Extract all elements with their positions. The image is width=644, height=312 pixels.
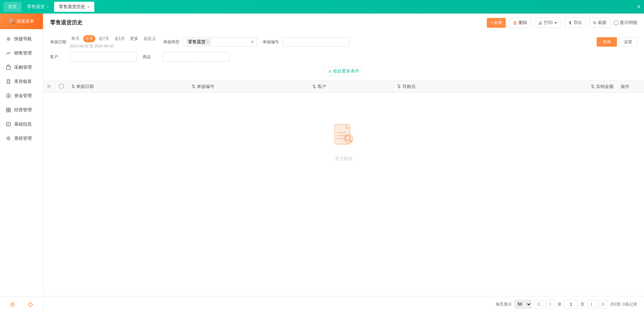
th-date-label: ⇅ (71, 84, 76, 89)
date-btn-custom[interactable]: 自定义 (142, 35, 158, 42)
page-suffix: 页 (580, 302, 585, 307)
operations-icon (5, 107, 11, 113)
th-settings[interactable] (43, 81, 55, 93)
display-detail-input[interactable] (614, 21, 618, 25)
sidebar-item-system[interactable]: 系统管理 (0, 131, 43, 146)
action-buttons: 查询 设置 (597, 37, 637, 47)
search-icon: 🔍 (9, 19, 15, 24)
per-page-select[interactable]: 10 20 50 100 (515, 300, 532, 309)
finance-icon (5, 93, 11, 99)
docno-filter-label: 单据编号 (263, 39, 280, 45)
tab-retail-return-history[interactable]: 零售退货历史 × (54, 2, 94, 12)
filter-row-2: 客户 … 商品 … (50, 52, 637, 62)
svg-point-9 (8, 138, 9, 139)
add-button[interactable]: + 新增 (487, 18, 506, 28)
date-btn-7days[interactable]: 近7天 (97, 35, 111, 42)
th-guide[interactable]: ⇅ 导购员 (393, 81, 496, 93)
date-btn-today[interactable]: 今天 (83, 35, 95, 42)
svg-point-20 (347, 137, 348, 138)
tab-retail-return-close[interactable]: × (47, 5, 49, 9)
select-all-checkbox[interactable] (59, 84, 64, 88)
type-filter-label: 单据类型 (163, 39, 180, 45)
settings-button[interactable]: 设置 (619, 37, 637, 47)
purchase-icon (5, 64, 11, 70)
display-detail-label: 显示明细 (620, 20, 637, 26)
window-close-button[interactable]: × (637, 3, 641, 10)
query-button[interactable]: 查询 (597, 37, 617, 47)
sidebar-item-basic[interactable]: 基础信息 (0, 117, 43, 131)
page-input[interactable] (564, 300, 578, 309)
first-page-button[interactable]: ⟨⟨ (534, 300, 543, 309)
svg-rect-0 (6, 66, 10, 69)
sidebar-item-inventory[interactable]: 库存核算 (0, 74, 43, 89)
export-button[interactable]: ⬆ 导出 (565, 18, 586, 28)
sidebar-item-purchase[interactable]: 采购管理 (0, 60, 43, 74)
quick-nav-icon: ⊕ (5, 36, 11, 42)
tab-bar: 首页 零售退货 × 零售退货历史 × (3, 2, 637, 12)
collapse-button[interactable]: ∧ 收起更多条件 (325, 66, 363, 76)
sidebar-item-basic-label: 基础信息 (14, 121, 32, 127)
type-tag-value: 零售退货 (188, 39, 206, 45)
display-detail-checkbox[interactable]: 显示明细 (614, 20, 637, 26)
type-select[interactable]: 零售退货 × ▼ (183, 37, 257, 47)
th-actions: 操作 (617, 81, 644, 93)
table-container: ⇅ 单据日期 ⇅ 单据编号 ⇅ 客户 ⇅ (43, 81, 644, 296)
sidebar-item-finance[interactable]: 资金管理 (0, 89, 43, 103)
date-btn-1month[interactable]: 近1月 (113, 35, 127, 42)
filter-row-1: 单据日期 昨天 今天 近7天 近1月 更多 自定义 2023-06-02 至 2… (50, 35, 637, 49)
docno-input[interactable] (282, 37, 350, 47)
th-date[interactable]: ⇅ 单据日期 (68, 81, 188, 93)
sidebar-item-sales-label: 销售管理 (14, 50, 32, 56)
sidebar-item-operations[interactable]: 经营管理 (0, 103, 43, 117)
empty-state: 暂无数据 (43, 93, 644, 189)
table-body: 暂无数据 (43, 93, 644, 189)
goods-filter-label: 商品 (143, 54, 160, 60)
svg-rect-6 (6, 110, 8, 112)
tab-home-label: 首页 (8, 4, 17, 10)
sidebar-item-finance-label: 资金管理 (14, 93, 32, 99)
sidebar-item-operations-label: 经营管理 (14, 107, 32, 113)
main-layout: 🔍 搜索菜单 ⊕ 快捷导航 销售管理 (0, 14, 644, 312)
page-header: 零售退货历史 + 新增 🗑 删除 🖨 打印 ▼ ⬆ 导出 (43, 14, 644, 81)
th-amount[interactable]: ⇅ 实销金额 (496, 81, 617, 93)
system-icon (5, 135, 11, 141)
collapse-row: ∧ 收起更多条件 (50, 65, 637, 79)
sidebar-settings-button[interactable] (7, 299, 18, 310)
type-tag-close[interactable]: × (207, 40, 209, 44)
sidebar-pin-button[interactable] (25, 299, 35, 310)
th-docno[interactable]: ⇅ 单据编号 (188, 81, 309, 93)
sidebar-item-quick-nav[interactable]: ⊕ 快捷导航 (0, 32, 43, 46)
sidebar-item-sales[interactable]: 销售管理 (0, 46, 43, 60)
svg-rect-7 (9, 110, 10, 112)
customer-input[interactable]: … (70, 52, 137, 62)
tab-home[interactable]: 首页 (3, 2, 22, 12)
date-btn-yesterday[interactable]: 昨天 (70, 35, 82, 42)
tab-retail-return[interactable]: 零售退货 × (22, 2, 53, 12)
table-header-row: ⇅ 单据日期 ⇅ 单据编号 ⇅ 客户 ⇅ (43, 81, 644, 93)
per-page-label: 每页显示 (496, 302, 512, 307)
date-btn-more[interactable]: 更多 (128, 35, 140, 42)
svg-rect-5 (9, 108, 10, 110)
next-page-button[interactable]: ⟩ (587, 300, 596, 309)
prev-page-button[interactable]: ⟨ (546, 300, 555, 309)
th-customer[interactable]: ⇅ 客户 (309, 81, 394, 93)
sidebar-search-button[interactable]: 🔍 搜索菜单 (0, 14, 43, 29)
export-icon: ⬆ (568, 20, 572, 25)
th-guide-sort-icon: ⇅ (397, 84, 402, 89)
th-checkbox[interactable] (55, 81, 68, 93)
print-button[interactable]: 🖨 打印 ▼ (534, 18, 561, 28)
page-title: 零售退货历史 (50, 19, 82, 26)
tab-retail-return-history-close[interactable]: × (87, 5, 89, 9)
goods-input[interactable]: … (162, 52, 230, 62)
sidebar-item-inventory-label: 库存核算 (14, 79, 32, 85)
refresh-label: 刷新 (598, 20, 607, 26)
last-page-button[interactable]: ⟩⟩ (599, 300, 607, 309)
tab-retail-return-label: 零售退货 (27, 4, 45, 10)
page-title-row: 零售退货历史 + 新增 🗑 删除 🖨 打印 ▼ ⬆ 导出 (50, 18, 637, 28)
refresh-button[interactable]: ↻ 刷新 (589, 18, 611, 28)
docno-filter: 单据编号 (263, 37, 350, 47)
date-range-display: 2023-06-02 至 2023-06-02 (70, 44, 158, 49)
svg-point-10 (11, 304, 14, 306)
print-label: 打印 (544, 20, 553, 26)
delete-button[interactable]: 🗑 删除 (509, 18, 531, 28)
